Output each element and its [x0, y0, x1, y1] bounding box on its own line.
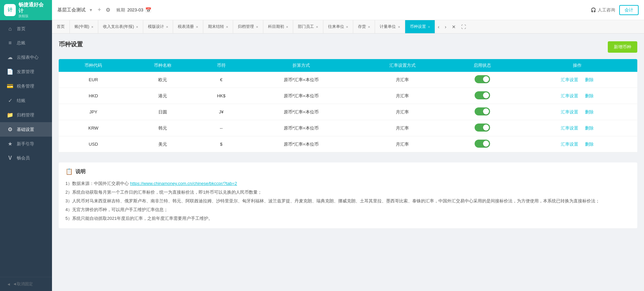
kuaiji-button[interactable]: 会计 [619, 5, 639, 15]
toggle-switch-4[interactable] [475, 140, 490, 148]
company-dropdown-icon[interactable]: ▼ [89, 8, 93, 12]
cell-toggle-3 [448, 120, 517, 136]
consulting-label: 人工咨询 [598, 7, 615, 13]
cell-rate-type-4: 月汇率 [357, 136, 448, 152]
rate-settings-link-4[interactable]: 汇率设置 [561, 142, 578, 147]
tab-account[interactable]: 账(中期) × [70, 20, 98, 33]
tab-dept-close[interactable]: × [316, 25, 318, 29]
home-icon: ⌂ [7, 26, 13, 32]
table-row: HKD 港元 HK$ 原币*汇率=本位币 月汇率 汇率设置 删除 [59, 88, 637, 104]
tab-income-close[interactable]: × [136, 25, 138, 29]
tab-unit[interactable]: 计量单位 × [375, 20, 405, 33]
tab-account-close[interactable]: × [91, 25, 93, 29]
sidebar-pin-toggle[interactable]: ◄ ◄取消固定 [0, 277, 52, 291]
tab-template[interactable]: 模版设计 × [143, 20, 173, 33]
tab-archive[interactable]: 归档管理 × [233, 20, 263, 33]
tab-currency-close[interactable]: × [428, 25, 430, 29]
cell-toggle-0 [448, 72, 517, 88]
rate-settings-link-0[interactable]: 汇率设置 [561, 77, 578, 82]
sidebar-item-member[interactable]: V 畅会员 [0, 151, 52, 165]
sidebar-label-checkout: 结账 [17, 98, 25, 104]
content-area: 币种设置 新增币种 币种代码 币种名称 币符 折算方式 汇率设置方式 启用状态 … [52, 34, 644, 291]
tab-currency[interactable]: 币种设置 × [405, 20, 435, 33]
tab-dept[interactable]: 部门员工 × [293, 20, 323, 33]
tab-home[interactable]: 首页 [52, 20, 70, 33]
sidebar-label-archive: 归档管理 [17, 112, 34, 118]
sidebar-item-guide[interactable]: ★ 新手引导 [0, 137, 52, 151]
sidebar-item-invoice[interactable]: 📄 发票管理 [0, 64, 52, 79]
cell-actions-2: 汇率设置 删除 [517, 104, 637, 120]
top-header: 基层工会测试 ▼ + ⚙ 账期 2023-03 📅 🎧 人工咨询 会计 [52, 0, 644, 20]
headset-icon: 🎧 [591, 7, 596, 12]
new-currency-button[interactable]: 新增币种 [608, 41, 637, 53]
tax-icon: 💳 [7, 83, 13, 89]
cell-name-4: 美元 [128, 136, 198, 152]
tab-archive-close[interactable]: × [256, 25, 258, 29]
cell-symbol-2: J¥ [197, 104, 245, 120]
tab-counterpart-close[interactable]: × [346, 25, 348, 29]
tab-inventory-close[interactable]: × [368, 25, 370, 29]
tab-period-end-close[interactable]: × [226, 25, 228, 29]
tab-period-end[interactable]: 期末结转 × [203, 20, 233, 33]
table-row: KRW 韩元 -- 原币*汇率=本位币 月汇率 汇率设置 删除 [59, 120, 637, 136]
notes-icon: 📋 [65, 168, 73, 175]
tab-subject[interactable]: 科目期初 × [263, 20, 293, 33]
sidebar-label-member: 畅会员 [17, 155, 30, 161]
toggle-switch-3[interactable] [475, 124, 490, 132]
cell-name-0: 欧元 [128, 72, 198, 88]
sidebar-label-invoice: 发票管理 [17, 69, 34, 75]
rate-settings-link-2[interactable]: 汇率设置 [561, 109, 578, 114]
notes-content: 1）数据来源：中国外汇交易中心 https://www.chinamoney.c… [65, 179, 631, 223]
tab-counterpart[interactable]: 往来单位 × [323, 20, 353, 33]
tab-tax[interactable]: 税表清册 × [173, 20, 203, 33]
tab-unit-close[interactable]: × [398, 25, 400, 29]
rate-settings-link-1[interactable]: 汇率设置 [561, 93, 578, 98]
tab-close-all-button[interactable]: ✕ [449, 20, 459, 33]
cell-name-3: 韩元 [128, 120, 198, 136]
col-name: 币种名称 [128, 59, 198, 72]
calendar-icon[interactable]: 📅 [145, 7, 152, 13]
tab-template-close[interactable]: × [166, 25, 168, 29]
toggle-switch-2[interactable] [475, 107, 490, 115]
delete-link-3[interactable]: 删除 [585, 126, 594, 131]
col-method: 折算方式 [245, 59, 357, 72]
guide-icon: ★ [7, 141, 13, 147]
member-icon: V [7, 155, 13, 161]
delete-link-2[interactable]: 删除 [585, 109, 594, 114]
toggle-switch-0[interactable] [475, 75, 490, 83]
add-tab-button[interactable]: + [96, 6, 103, 13]
tab-income-label: 收入支出表(年报) [103, 24, 134, 30]
sidebar-item-tax[interactable]: 💳 税务管理 [0, 79, 52, 93]
archive-icon: 📁 [7, 112, 13, 118]
sidebar-item-reports[interactable]: ☁ 云报表中心 [0, 50, 52, 64]
sidebar-item-ledger[interactable]: ≡ 总账 [0, 36, 52, 50]
tab-income[interactable]: 收入支出表(年报) × [98, 20, 143, 33]
sidebar-item-settings[interactable]: ⚙ 基础设置 [0, 122, 52, 137]
currency-table: 币种代码 币种名称 币符 折算方式 汇率设置方式 启用状态 操作 EUR 欧元 … [59, 59, 637, 152]
consulting-button[interactable]: 🎧 人工咨询 [591, 7, 615, 13]
sidebar-item-home[interactable]: ⌂ 首页 [0, 22, 52, 36]
sidebar-item-archive[interactable]: 📁 归档管理 [0, 108, 52, 122]
tab-tax-close[interactable]: × [196, 25, 198, 29]
delete-link-1[interactable]: 删除 [585, 93, 594, 98]
toggle-switch-1[interactable] [475, 91, 490, 99]
notes-section: 📋 说明 1）数据来源：中国外汇交易中心 https://www.chinamo… [59, 162, 637, 228]
tab-expand-button[interactable]: ⛶ [459, 20, 469, 33]
tab-inventory[interactable]: 存货 × [353, 20, 375, 33]
rate-settings-link-3[interactable]: 汇率设置 [561, 126, 578, 131]
delete-link-0[interactable]: 删除 [585, 77, 594, 82]
cell-actions-0: 汇率设置 删除 [517, 72, 637, 88]
tab-subject-label: 科目期初 [268, 24, 284, 30]
toggle-knob-4 [483, 141, 489, 147]
toggle-knob-0 [483, 76, 489, 82]
tab-prev-button[interactable]: ‹ [435, 20, 442, 33]
sidebar-item-checkout[interactable]: ✓ 结账 [0, 93, 52, 108]
pin-icon: ◄ [7, 282, 11, 287]
notes-link[interactable]: https://www.chinamoney.com.cn/chinese/bk… [130, 181, 237, 186]
notes-item-5: 5）系统只能自动抓取2021年度后的汇率，之前年度汇率需要用户手工维护。 [65, 214, 631, 223]
tab-next-button[interactable]: › [442, 20, 449, 33]
delete-link-4[interactable]: 删除 [585, 142, 594, 147]
company-settings-icon[interactable]: ⚙ [106, 7, 110, 13]
tab-subject-close[interactable]: × [286, 25, 288, 29]
checkout-icon: ✓ [7, 97, 13, 104]
